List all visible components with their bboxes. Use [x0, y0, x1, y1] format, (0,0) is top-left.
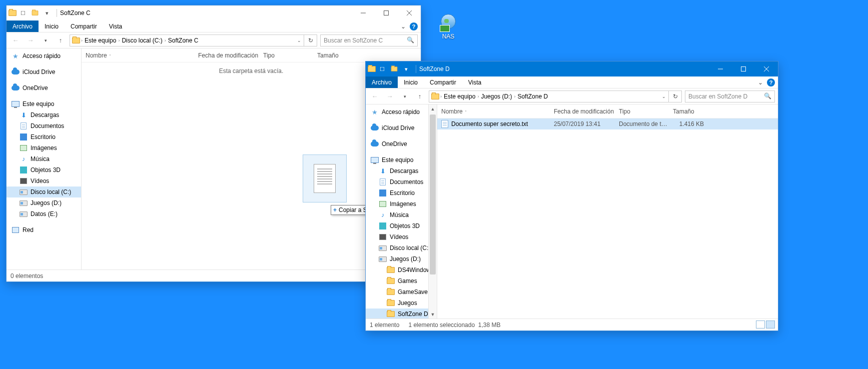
breadcrumb-seg[interactable]: Disco local (C:)	[121, 37, 163, 44]
col-date[interactable]: Fecha de modificación	[550, 108, 615, 115]
file-list[interactable]: Nombre˄ Fecha de modificación Tipo Tamañ…	[437, 104, 778, 318]
side-diskd[interactable]: Juegos (D:)	[366, 254, 428, 264]
side-music[interactable]: ♪Música	[366, 210, 428, 220]
side-diskc[interactable]: Disco local (C:)	[366, 242, 428, 254]
col-type[interactable]: Tipo	[259, 52, 313, 59]
explorer-window-d[interactable]: ☐ ▾ SoftZone D Archivo Inicio Compartir …	[365, 61, 778, 331]
breadcrumb-dropdown[interactable]: ⌄	[295, 35, 304, 46]
side-music[interactable]: ♪Música	[7, 154, 81, 164]
qat-properties[interactable]: ☐	[18, 8, 29, 18]
nav-back[interactable]: ←	[369, 90, 381, 102]
side-folder[interactable]: Juegos	[366, 298, 428, 308]
tab-file[interactable]: Archivo	[366, 76, 398, 88]
breadcrumb[interactable]: › Este equipo› Disco local (C:)› SoftZon…	[70, 34, 317, 46]
side-icloud[interactable]: iCloud Drive	[7, 66, 81, 78]
side-3dobjects[interactable]: Objetos 3D	[366, 220, 428, 232]
refresh-button[interactable]: ↻	[668, 91, 681, 102]
nav-up[interactable]: ↑	[55, 34, 67, 46]
side-downloads[interactable]: ⬇Descargas	[7, 110, 81, 120]
side-thispc[interactable]: Este equipo	[7, 98, 81, 110]
tab-view[interactable]: Vista	[462, 76, 487, 88]
breadcrumb-seg[interactable]: SoftZone C	[167, 37, 200, 44]
nav-forward[interactable]: →	[384, 90, 396, 102]
col-date[interactable]: Fecha de modificación	[194, 52, 259, 59]
side-desktop[interactable]: Escritorio	[366, 188, 428, 198]
side-desktop[interactable]: Escritorio	[7, 132, 81, 142]
help-icon[interactable]: ?	[410, 22, 418, 30]
side-onedrive[interactable]: OneDrive	[366, 138, 428, 150]
tab-share[interactable]: Compartir	[424, 76, 462, 88]
maximize-button[interactable]	[732, 62, 755, 76]
view-large-icons[interactable]	[756, 320, 765, 328]
side-folder[interactable]: Games	[366, 276, 428, 286]
side-diskc[interactable]: Disco local (C:)	[7, 186, 81, 198]
side-quick-access[interactable]: ★Acceso rápido	[366, 106, 428, 118]
maximize-button[interactable]	[375, 6, 398, 20]
close-button[interactable]	[398, 6, 421, 20]
nav-forward[interactable]: →	[25, 34, 37, 46]
side-thispc[interactable]: Este equipo	[366, 154, 428, 166]
side-videos[interactable]: Vídeos	[7, 176, 81, 186]
breadcrumb-dropdown[interactable]: ⌄	[659, 91, 668, 102]
tab-view[interactable]: Vista	[103, 20, 128, 32]
breadcrumb-seg[interactable]: Juegos (D:)	[480, 93, 513, 100]
side-folder[interactable]: DS4Windows	[366, 264, 428, 276]
side-folder[interactable]: GameSave Man	[366, 286, 428, 298]
explorer-window-c[interactable]: ☐ ▾ SoftZone C Archivo Inicio Compartir …	[6, 5, 421, 282]
col-size[interactable]: Tamaño	[313, 52, 353, 59]
side-3dobjects[interactable]: Objetos 3D	[7, 164, 81, 176]
desktop-shortcut-nas[interactable]: NAS	[433, 14, 463, 40]
titlebar[interactable]: ☐ ▾ SoftZone D	[366, 62, 778, 76]
nav-pane-scrollbar[interactable]: ▲ ▼	[429, 104, 437, 318]
nav-pane[interactable]: ★Acceso rápido iCloud Drive OneDrive Est…	[366, 104, 429, 318]
search-input[interactable]: Buscar en SoftZone D 🔍	[685, 90, 775, 102]
ribbon-expand-icon[interactable]: ⌄	[401, 23, 406, 30]
col-name[interactable]: Nombre˄	[82, 52, 194, 59]
side-videos[interactable]: Vídeos	[366, 232, 428, 242]
nav-back[interactable]: ←	[10, 34, 22, 46]
view-details[interactable]	[766, 320, 775, 328]
side-onedrive[interactable]: OneDrive	[7, 82, 81, 94]
tab-file[interactable]: Archivo	[7, 20, 39, 32]
qat-dropdown[interactable]: ▾	[401, 64, 412, 74]
nav-recent[interactable]: ▾	[399, 90, 411, 102]
tab-home[interactable]: Inicio	[39, 20, 65, 32]
nav-pane[interactable]: ★Acceso rápido iCloud Drive OneDrive Est…	[7, 48, 82, 270]
qat-dropdown[interactable]: ▾	[42, 8, 53, 18]
side-documents[interactable]: Documentos	[7, 120, 81, 132]
titlebar[interactable]: ☐ ▾ SoftZone C	[7, 6, 421, 20]
qat-newfolder[interactable]	[389, 64, 400, 74]
side-images[interactable]: Imágenes	[7, 142, 81, 154]
search-input[interactable]: Buscar en SoftZone C 🔍	[320, 34, 418, 46]
tab-home[interactable]: Inicio	[398, 76, 424, 88]
tab-share[interactable]: Compartir	[65, 20, 103, 32]
breadcrumb-seg[interactable]: Este equipo	[443, 93, 476, 100]
minimize-button[interactable]	[352, 6, 375, 20]
side-downloads[interactable]: ⬇Descargas	[366, 166, 428, 176]
breadcrumb-seg[interactable]: SoftZone D	[516, 93, 549, 100]
side-network[interactable]: Red	[7, 224, 81, 236]
side-diske[interactable]: Datos (E:)	[7, 208, 81, 220]
refresh-button[interactable]: ↻	[304, 35, 317, 46]
side-icloud[interactable]: iCloud Drive	[366, 122, 428, 134]
qat-properties[interactable]: ☐	[377, 64, 388, 74]
col-type[interactable]: Tipo	[615, 108, 669, 115]
col-name[interactable]: Nombre˄	[437, 108, 550, 115]
column-headers[interactable]: Nombre˄ Fecha de modificación Tipo Tamañ…	[437, 104, 778, 118]
ribbon-expand-icon[interactable]: ⌄	[758, 79, 763, 86]
breadcrumb-seg[interactable]: Este equipo	[84, 37, 117, 44]
side-diskd[interactable]: Juegos (D:)	[7, 198, 81, 208]
side-quick-access[interactable]: ★Acceso rápido	[7, 50, 81, 62]
file-row[interactable]: Documento super secreto.txt 25/07/2019 1…	[437, 118, 778, 130]
minimize-button[interactable]	[709, 62, 732, 76]
qat-newfolder[interactable]	[30, 8, 41, 18]
help-icon[interactable]: ?	[767, 78, 775, 86]
column-headers[interactable]: Nombre˄ Fecha de modificación Tipo Tamañ…	[82, 48, 421, 62]
side-images[interactable]: Imágenes	[366, 198, 428, 210]
side-folder-current[interactable]: SoftZone D	[366, 308, 428, 318]
col-size[interactable]: Tamaño	[669, 108, 709, 115]
nav-up[interactable]: ↑	[414, 90, 426, 102]
breadcrumb[interactable]: › Este equipo› Juegos (D:)› SoftZone D ⌄…	[429, 90, 682, 102]
nav-recent[interactable]: ▾	[40, 34, 52, 46]
close-button[interactable]	[755, 62, 778, 76]
